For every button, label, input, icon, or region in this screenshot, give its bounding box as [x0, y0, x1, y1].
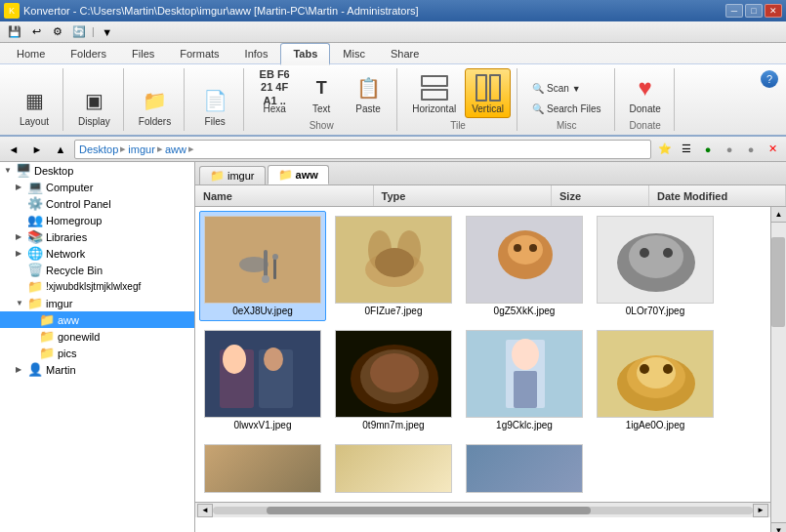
text-button[interactable]: T Text [299, 68, 344, 118]
svg-point-25 [264, 348, 283, 371]
file-item-6[interactable]: 1g9Cklc.jpeg [461, 325, 588, 435]
file-item-8[interactable] [199, 439, 326, 498]
sidebar-item-xjwubdk[interactable]: 📁 !xjwubdklsjtmjklwlxegf [0, 278, 194, 295]
file-thumb-7 [597, 330, 714, 418]
donate-button[interactable]: ♥ Donate [623, 68, 668, 118]
breadcrumb-desktop[interactable]: Desktop [79, 143, 118, 155]
quick-undo[interactable]: ↩ [27, 23, 45, 41]
col-name[interactable]: Name [195, 185, 374, 206]
tab-home[interactable]: Home [4, 43, 58, 63]
hscroll-thumb[interactable] [267, 507, 591, 514]
file-item-2[interactable]: 0gZ5XkK.jpeg [461, 211, 588, 321]
sidebar-item-libraries[interactable]: ▶ 📚 Libraries [0, 228, 194, 245]
sidebar-item-gonewild[interactable]: 📁 gonewild [0, 328, 194, 345]
file-name-7: 1igAe0O.jpeg [626, 420, 685, 430]
sidebar-item-controlpanel[interactable]: ⚙️ Control Panel [0, 195, 194, 212]
svg-point-19 [640, 248, 649, 258]
folders-button[interactable]: 📁 Folders [132, 81, 178, 131]
maximize-button[interactable]: □ [745, 4, 763, 18]
file-area: 📁 imgur 📁 aww Name Type Size Date Modifi… [195, 162, 786, 532]
file-thumb-4 [204, 330, 321, 418]
up-button[interactable]: ▲ [51, 140, 70, 159]
help-button[interactable]: ? [761, 70, 778, 88]
hscroll-bar[interactable]: ◄ ► [195, 502, 770, 517]
ribbon-group-misc: 🔍 Scan ▼ 🔍 Search Files Misc [519, 68, 615, 131]
toolbar-icon-2[interactable]: ☰ [677, 140, 696, 159]
quick-properties[interactable]: ⚙ [49, 23, 66, 41]
file-tab-aww[interactable]: 📁 aww [268, 165, 329, 184]
file-item-10[interactable] [461, 439, 588, 498]
tab-infos[interactable]: Infos [232, 43, 281, 63]
toolbar-icon-1[interactable]: ⭐ [655, 140, 675, 159]
sidebar-item-aww[interactable]: 📁 aww [0, 311, 194, 328]
file-thumb-8 [204, 444, 321, 493]
hscroll-left[interactable]: ◄ [197, 504, 213, 517]
svg-point-20 [663, 248, 673, 258]
breadcrumb-imgur[interactable]: imgur [128, 143, 155, 155]
file-item-7[interactable]: 1igAe0O.jpeg [592, 325, 719, 435]
sidebar-item-imgur[interactable]: ▼ 📁 imgur [0, 295, 194, 311]
horizontal-button[interactable]: Horizontal [405, 68, 463, 118]
files-icon: 📄 [199, 85, 230, 116]
sidebar-item-recyclebin[interactable]: 🗑️ Recycle Bin [0, 262, 194, 278]
col-size[interactable]: Size [552, 185, 649, 206]
sidebar-item-pics[interactable]: 📁 pics [0, 345, 194, 361]
toolbar-icon-4[interactable]: ● [720, 140, 739, 159]
file-grid: 0eXJ8Uv.jpeg 0FIZue7.jpeg [195, 207, 770, 502]
sidebar-label-network: Network [46, 248, 85, 260]
hexa-button[interactable]: EB F621 4FA1 .. Hexa [252, 68, 297, 118]
hscroll-track[interactable] [213, 507, 753, 514]
file-item-1[interactable]: 0FIZue7.jpeg [330, 211, 457, 321]
close-tab-icon[interactable]: ✕ [763, 140, 782, 159]
col-type[interactable]: Type [374, 185, 553, 206]
vscroll-bar[interactable]: ▲ ▼ [770, 207, 786, 532]
quick-save[interactable]: 💾 [6, 23, 23, 41]
toolbar-icon-5[interactable]: ● [741, 140, 761, 159]
file-item-9[interactable] [330, 439, 457, 498]
close-button[interactable]: ✕ [765, 4, 782, 18]
sidebar-item-network[interactable]: ▶ 🌐 Network [0, 245, 194, 262]
search-files-button[interactable]: 🔍 Search Files [525, 100, 608, 118]
tab-share[interactable]: Share [378, 43, 432, 63]
file-tab-imgur[interactable]: 📁 imgur [199, 166, 266, 184]
file-thumb-6 [466, 330, 583, 418]
minimize-button[interactable]: ─ [725, 4, 743, 18]
paste-button[interactable]: 📋 Paste [346, 68, 391, 118]
back-button[interactable]: ◄ [4, 140, 23, 159]
tab-formats[interactable]: Formats [167, 43, 231, 63]
display-button[interactable]: ▣ Display [71, 81, 117, 131]
breadcrumb-aww[interactable]: aww [165, 143, 186, 155]
file-item-4[interactable]: 0lwvxV1.jpeg [199, 325, 326, 435]
vertical-button[interactable]: Vertical [465, 68, 511, 118]
layout-button[interactable]: ▦ Layout [12, 81, 57, 131]
sidebar-item-desktop[interactable]: ▼ 🖥️ Desktop [0, 162, 194, 179]
tab-tabs[interactable]: Tabs [280, 43, 330, 65]
file-item-0[interactable]: 0eXJ8Uv.jpeg [199, 211, 326, 321]
file-item-3[interactable]: 0LOr70Y.jpeg [592, 211, 719, 321]
vscroll-down[interactable]: ▼ [771, 522, 786, 532]
sidebar-item-homegroup[interactable]: 👥 Homegroup [0, 212, 194, 228]
quick-refresh[interactable]: 🔄 [70, 23, 88, 41]
tab-folders[interactable]: Folders [58, 43, 119, 63]
text-icon: T [306, 72, 337, 103]
col-date[interactable]: Date Modified [649, 185, 786, 206]
sidebar-item-martin[interactable]: ▶ 👤 Martin [0, 361, 194, 378]
forward-button[interactable]: ► [27, 140, 47, 159]
files-button[interactable]: 📄 Files [192, 81, 237, 131]
vscroll-track[interactable] [771, 223, 786, 522]
file-scroll-content[interactable]: 0eXJ8Uv.jpeg 0FIZue7.jpeg [195, 207, 770, 532]
svg-point-29 [370, 353, 419, 392]
vscroll-thumb[interactable] [771, 237, 785, 327]
scan-button[interactable]: 🔍 Scan ▼ [525, 79, 608, 98]
folders-icon: 📁 [139, 85, 170, 116]
hscroll-right[interactable]: ► [753, 504, 768, 517]
breadcrumb[interactable]: Desktop ▸ imgur ▸ aww ▸ [74, 140, 651, 159]
file-item-5[interactable]: 0t9mn7m.jpeg [330, 325, 457, 435]
sidebar: ▼ 🖥️ Desktop ▶ 💻 Computer ⚙️ Control Pan… [0, 162, 195, 532]
tab-misc[interactable]: Misc [330, 43, 378, 63]
vscroll-up[interactable]: ▲ [771, 207, 786, 223]
toolbar-icon-3[interactable]: ● [698, 140, 718, 159]
sidebar-item-computer[interactable]: ▶ 💻 Computer [0, 179, 194, 195]
tab-files[interactable]: Files [119, 43, 167, 63]
quick-settings[interactable]: ▼ [99, 23, 116, 41]
